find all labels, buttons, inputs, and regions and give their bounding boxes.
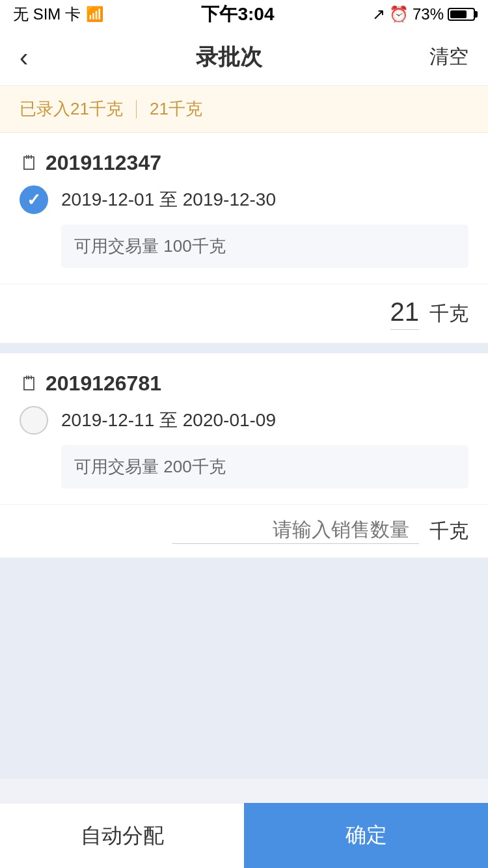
auto-label: 自动分配	[81, 822, 164, 850]
battery-percent: 73%	[413, 5, 444, 23]
nav-bar: ‹ 录批次 清空	[0, 29, 488, 86]
info-divider	[136, 100, 137, 118]
batch-card-1-inner: 🗒 2019112347 ✓ 2019-12-01 至 2019-12-30 可…	[0, 133, 488, 284]
batch-quota-box-2: 可用交易量 200千克	[61, 445, 468, 489]
batch-date-2: 2019-12-11 至 2020-01-09	[61, 408, 276, 433]
amount-unit-1: 千克	[429, 301, 468, 327]
batch-icon-1: 🗒	[20, 152, 39, 174]
status-bar: 无 SIM 卡 📶 下午3:04 ↗ ⏰ 73%	[0, 0, 488, 29]
batch-quota-2: 可用交易量 200千克	[74, 457, 226, 476]
location-icon: ↗	[372, 5, 385, 23]
batch-id-1: 2019112347	[46, 151, 161, 175]
batch-icon-2: 🗒	[20, 373, 39, 395]
batch-card-2-inner: 🗒 2019126781 2019-12-11 至 2020-01-09 可用交…	[0, 353, 488, 504]
amount-value-1: 21	[390, 297, 420, 326]
quantity-input-2[interactable]	[172, 519, 419, 541]
input-unit-2: 千克	[429, 518, 468, 545]
info-value: 21千克	[150, 98, 202, 120]
confirm-label: 确定	[346, 821, 387, 850]
batch-date-1: 2019-12-01 至 2019-12-30	[61, 187, 276, 212]
sim-label: 无 SIM 卡	[13, 4, 81, 25]
status-right: ↗ ⏰ 73%	[372, 5, 475, 23]
batch-quota-1: 可用交易量 100千克	[74, 236, 226, 256]
batch-id-row-1: 🗒 2019112347	[20, 151, 468, 175]
battery-icon	[448, 8, 475, 21]
battery-fill	[450, 10, 467, 18]
status-left: 无 SIM 卡 📶	[13, 4, 103, 25]
input-underline-2	[172, 519, 419, 544]
batch-card-2: 🗒 2019126781 2019-12-11 至 2020-01-09 可用交…	[0, 353, 488, 558]
info-banner: 已录入21千克 21千克	[0, 86, 488, 133]
batch-quota-box-1: 可用交易量 100千克	[61, 224, 468, 268]
batch-id-row-2: 🗒 2019126781	[20, 372, 468, 396]
batch-id-2: 2019126781	[46, 372, 161, 396]
back-button[interactable]: ‹	[20, 44, 28, 70]
clear-button[interactable]: 清空	[429, 44, 468, 70]
input-row-2: 千克	[0, 504, 488, 558]
radio-1[interactable]: ✓	[20, 185, 48, 214]
amount-underline-1: 21	[390, 297, 420, 330]
batch-card-1: 🗒 2019112347 ✓ 2019-12-01 至 2019-12-30 可…	[0, 133, 488, 343]
wifi-icon: 📶	[86, 6, 103, 23]
recorded-label: 已录入21千克	[20, 98, 123, 120]
status-time: 下午3:04	[201, 2, 274, 27]
radio-2[interactable]	[20, 406, 48, 435]
auto-distribute-button[interactable]: 自动分配	[0, 803, 244, 868]
bottom-bg	[0, 558, 488, 779]
confirm-button[interactable]: 确定	[244, 803, 488, 868]
section-divider	[0, 343, 488, 353]
bottom-bar: 自动分配 确定	[0, 803, 488, 868]
batch-date-row-2[interactable]: 2019-12-11 至 2020-01-09	[20, 406, 468, 435]
alarm-icon: ⏰	[389, 5, 409, 23]
amount-row-1: 21 千克	[0, 284, 488, 343]
batch-date-row-1[interactable]: ✓ 2019-12-01 至 2019-12-30	[20, 185, 468, 214]
page-title: 录批次	[196, 42, 262, 72]
check-icon-1: ✓	[27, 191, 41, 208]
